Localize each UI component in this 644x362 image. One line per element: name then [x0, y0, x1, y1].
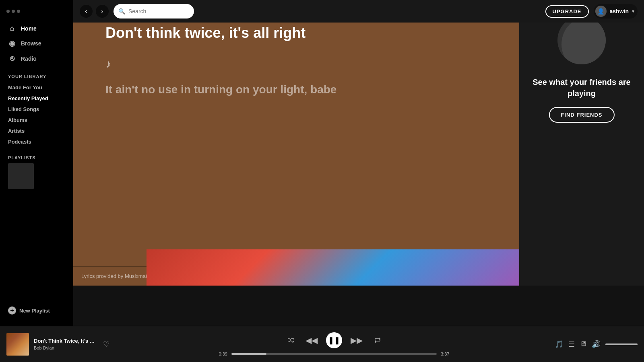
- now-playing: Don't Think Twice, It's All Rig! Bob Dyl…: [6, 333, 119, 356]
- dot-1: [6, 10, 10, 13]
- sidebar-item-albums[interactable]: Albums: [0, 115, 73, 125]
- lyrics-area: Don't think twice, it's all right ♪ It a…: [73, 0, 519, 286]
- chevron-down-icon: ▾: [632, 8, 634, 14]
- music-note-icon: ♪: [105, 58, 487, 70]
- repeat-button[interactable]: [371, 334, 384, 347]
- heart-icon[interactable]: ♡: [103, 340, 109, 349]
- browse-icon: ◉: [8, 39, 16, 48]
- made-for-you-label: Made For You: [8, 84, 42, 90]
- friends-avatar: [557, 16, 606, 64]
- devices-button[interactable]: 🖥: [580, 340, 587, 348]
- sidebar: ⌂ Home ◉ Browse ⎋ Radio YOUR LIBRARY Mad…: [0, 0, 73, 326]
- next-button[interactable]: ▶▶: [350, 334, 363, 347]
- sidebar-item-made-for-you[interactable]: Made For You: [0, 82, 73, 93]
- progress-bar[interactable]: [231, 353, 437, 355]
- current-time: 0:39: [213, 352, 227, 356]
- sidebar-item-home[interactable]: ⌂ Home: [3, 21, 70, 36]
- sidebar-item-home-label: Home: [21, 25, 37, 32]
- new-playlist-button[interactable]: + New Playlist: [0, 303, 73, 318]
- sidebar-nav: ⌂ Home ◉ Browse ⎋ Radio: [0, 21, 73, 66]
- username: ashwin: [610, 8, 629, 14]
- top-bar: ‹ › 🔍 UPGRADE 👤 ashwin ▾: [73, 0, 644, 23]
- podcasts-label: Podcasts: [8, 139, 31, 145]
- library-section-title: YOUR LIBRARY: [0, 66, 73, 82]
- total-time: 3:37: [441, 352, 455, 356]
- sidebar-item-podcasts[interactable]: Podcasts: [0, 136, 73, 147]
- search-input[interactable]: [128, 8, 189, 14]
- nav-arrows: ‹ ›: [80, 5, 109, 18]
- upgrade-button[interactable]: UPGRADE: [545, 5, 589, 18]
- previous-button[interactable]: ◀◀: [305, 334, 318, 347]
- playlist-thumbnail[interactable]: [8, 163, 34, 189]
- right-controls: 🎵 ☰ 🖥 🔊: [549, 340, 638, 349]
- volume-bar[interactable]: [605, 343, 638, 345]
- search-bar[interactable]: 🔍: [114, 4, 194, 19]
- progress-fill: [231, 353, 266, 355]
- new-playlist-label: New Playlist: [19, 308, 50, 314]
- lyrics-button[interactable]: 🎵: [555, 340, 564, 349]
- progress-area: 0:39 3:37: [213, 352, 455, 356]
- album-art: [6, 333, 29, 356]
- albums-label: Albums: [8, 117, 27, 123]
- back-button[interactable]: ‹: [80, 5, 93, 18]
- track-name: Don't Think Twice, It's All Rig!: [34, 338, 98, 344]
- friends-panel: See what your friends are playing FIND F…: [519, 0, 644, 286]
- playlists-section-title: PLAYLISTS: [0, 147, 73, 163]
- player-controls: ◀◀ ❚❚ ▶▶ 0:39 3:37: [119, 332, 549, 356]
- bottom-banner: [147, 249, 519, 286]
- dot-3: [17, 10, 20, 13]
- volume-icon[interactable]: 🔊: [592, 340, 601, 349]
- track-info: Don't Think Twice, It's All Rig! Bob Dyl…: [34, 338, 98, 350]
- recently-played-label: Recently Played: [8, 95, 48, 101]
- sidebar-dots: [0, 10, 73, 21]
- sidebar-item-radio-label: Radio: [21, 56, 37, 62]
- forward-button[interactable]: ›: [96, 5, 109, 18]
- plus-icon: +: [8, 306, 16, 315]
- sidebar-item-liked-songs[interactable]: Liked Songs: [0, 104, 73, 115]
- track-artist: Bob Dylan: [34, 346, 98, 350]
- control-buttons: ◀◀ ❚❚ ▶▶: [284, 332, 384, 348]
- sidebar-item-recently-played[interactable]: Recently Played: [0, 93, 73, 104]
- lyric-secondary-line: It ain't no use in turning on your light…: [105, 82, 487, 97]
- home-icon: ⌂: [8, 24, 16, 33]
- queue-button[interactable]: ☰: [568, 340, 575, 349]
- volume-fill: [605, 343, 638, 345]
- dot-2: [12, 10, 15, 13]
- search-icon: 🔍: [118, 8, 125, 14]
- lyric-main-line: Don't think twice, it's all right: [105, 24, 487, 41]
- top-bar-right: UPGRADE 👤 ashwin ▾: [545, 4, 638, 19]
- friends-panel-title: See what your friends are playing: [527, 76, 636, 99]
- find-friends-button[interactable]: FIND FRIENDS: [549, 107, 615, 123]
- radio-icon: ⎋: [8, 54, 16, 63]
- sidebar-item-browse-label: Browse: [21, 40, 41, 47]
- sidebar-item-artists[interactable]: Artists: [0, 125, 73, 136]
- artists-label: Artists: [8, 128, 25, 134]
- avatar: 👤: [595, 6, 607, 17]
- liked-songs-label: Liked Songs: [8, 106, 39, 112]
- shuffle-button[interactable]: [284, 334, 297, 347]
- user-area[interactable]: 👤 ashwin ▾: [594, 4, 638, 19]
- main-content: Don't think twice, it's all right ♪ It a…: [73, 0, 644, 326]
- player-bar: Don't Think Twice, It's All Rig! Bob Dyl…: [0, 326, 644, 362]
- sidebar-item-browse[interactable]: ◉ Browse: [3, 36, 70, 51]
- album-art-image: [6, 333, 29, 356]
- sidebar-item-radio[interactable]: ⎋ Radio: [3, 51, 70, 66]
- play-pause-button[interactable]: ❚❚: [326, 332, 342, 348]
- app-container: ⌂ Home ◉ Browse ⎋ Radio YOUR LIBRARY Mad…: [0, 0, 644, 362]
- friends-avatar-circle: [561, 16, 606, 64]
